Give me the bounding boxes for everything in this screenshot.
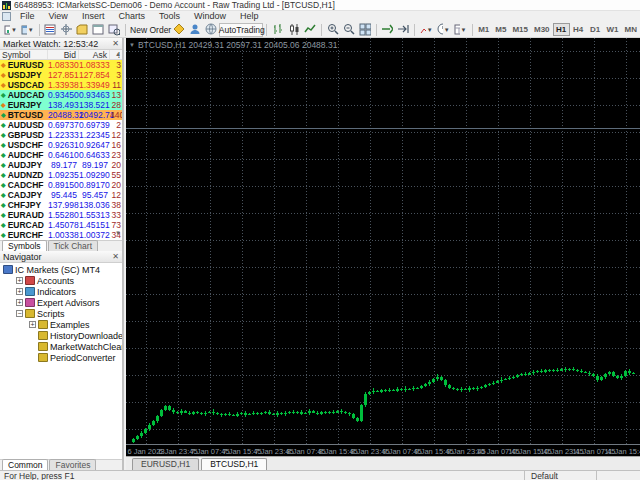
timeframe-h1[interactable]: H1 bbox=[553, 23, 570, 36]
navigator-close-icon[interactable]: ✕ bbox=[112, 253, 119, 261]
navigator-item-accounts[interactable]: +Accounts bbox=[0, 275, 122, 286]
market-watch-row-gbpusd[interactable]: ◆GBPUSD1.223331.2234512 bbox=[0, 130, 122, 140]
navigator-toggle-button[interactable] bbox=[74, 23, 90, 37]
chart-shift-button[interactable] bbox=[395, 23, 411, 37]
tab-favorites[interactable]: Favorites bbox=[49, 459, 96, 470]
chart-tab-btcusd[interactable]: BTCUSD,H1 bbox=[201, 458, 267, 470]
tab-common[interactable]: Common bbox=[2, 459, 48, 470]
profiles-caret-icon[interactable]: ▼ bbox=[28, 27, 34, 33]
new-chart-button[interactable]: ▼ bbox=[2, 23, 19, 37]
market-watch-row-audnzd[interactable]: ◆AUDNZD1.092351.0929055 bbox=[0, 170, 122, 180]
navigator-item-indicators[interactable]: +Indicators bbox=[0, 286, 122, 297]
bid-cell: 95.445 bbox=[48, 190, 79, 200]
market-watch-row-eurchf[interactable]: ◆EURCHF1.003381.0037234 bbox=[0, 230, 122, 240]
expand-icon[interactable]: + bbox=[29, 321, 36, 328]
line-chart-type-button[interactable] bbox=[302, 23, 318, 37]
navigator-item-expert-advisors[interactable]: +Expert Advisors bbox=[0, 297, 122, 308]
indicators-caret-icon[interactable]: ▼ bbox=[427, 27, 433, 33]
tab-symbols[interactable]: Symbols bbox=[2, 240, 47, 251]
tile-windows-button[interactable] bbox=[357, 23, 373, 37]
timeframe-w1[interactable]: W1 bbox=[604, 23, 622, 36]
scroll-down-icon[interactable]: ▼ bbox=[115, 230, 121, 236]
menu-charts[interactable]: Charts bbox=[111, 11, 152, 22]
navigator-item-historydownloader[interactable]: HistoryDownloader bbox=[0, 330, 122, 341]
zoom-in-button[interactable] bbox=[325, 23, 341, 37]
market-watch-row-audusd[interactable]: ◆AUDUSD0.697370.697392 bbox=[0, 120, 122, 130]
periods-button[interactable]: ▼ bbox=[435, 23, 452, 37]
grid-vline bbox=[434, 38, 435, 444]
trend-up-icon: ◆ bbox=[1, 182, 6, 188]
column-ask[interactable]: Ask bbox=[79, 50, 110, 59]
expand-icon[interactable]: + bbox=[16, 288, 23, 295]
market-watch-row-audcad[interactable]: ◆AUDCAD0.934500.9346313 bbox=[0, 90, 122, 100]
timeframe-h4[interactable]: H4 bbox=[570, 23, 587, 36]
navigator-item-examples[interactable]: +Examples bbox=[0, 319, 122, 330]
candlestick-type-button[interactable] bbox=[286, 23, 302, 37]
column-bid[interactable]: Bid bbox=[48, 50, 79, 59]
candle-body bbox=[184, 411, 187, 413]
navigator-item-periodconverter[interactable]: PeriodConverter bbox=[0, 352, 122, 363]
column-symbol[interactable]: Symbol bbox=[0, 50, 48, 59]
data-window-toggle-button[interactable] bbox=[58, 23, 74, 37]
navigator-item-ic-markets-sc-mt4[interactable]: IC Markets (SC) MT4 bbox=[0, 264, 122, 275]
timeframe-mn[interactable]: MN bbox=[622, 23, 640, 36]
menu-view[interactable]: View bbox=[42, 11, 75, 22]
timeframe-m5[interactable]: M5 bbox=[492, 23, 509, 36]
timeframe-m15[interactable]: M15 bbox=[509, 23, 531, 36]
mql5-icon[interactable] bbox=[171, 23, 187, 37]
auto-scroll-button[interactable] bbox=[379, 23, 395, 37]
templates-caret-icon[interactable]: ▼ bbox=[461, 27, 467, 33]
terminal-toggle-button[interactable] bbox=[90, 23, 106, 37]
tab-tick-chart[interactable]: Tick Chart bbox=[48, 240, 98, 251]
expand-icon[interactable]: + bbox=[16, 299, 23, 306]
timeframe-d1[interactable]: D1 bbox=[587, 23, 604, 36]
collapse-icon[interactable]: − bbox=[16, 310, 23, 317]
market-watch-toggle-button[interactable] bbox=[42, 23, 58, 37]
chart-tab-eurusd[interactable]: EURUSD,H1 bbox=[132, 458, 199, 470]
horizontal-price-line[interactable] bbox=[126, 128, 640, 129]
scroll-up-icon[interactable]: ▲ bbox=[115, 51, 121, 57]
ask-cell: 138.521 bbox=[79, 100, 110, 110]
status-profile[interactable]: Default bbox=[524, 471, 596, 480]
profiles-button[interactable]: ▼ bbox=[19, 23, 36, 37]
candle-body bbox=[516, 375, 519, 377]
indicators-button[interactable]: ▼ bbox=[418, 23, 435, 37]
market-watch-row-usdjpy[interactable]: ◆USDJPY127.851127.8543 bbox=[0, 70, 122, 80]
menu-window[interactable]: Window bbox=[187, 11, 233, 22]
autotrading-button[interactable]: AutoTrading bbox=[219, 23, 263, 37]
navigator-item-scripts[interactable]: −Scripts bbox=[0, 308, 122, 319]
templates-button[interactable]: ▼ bbox=[452, 23, 469, 37]
chart-plot-area[interactable]: ▼ BTCUSD,H1 20429.31 20597.31 20405.06 2… bbox=[126, 38, 640, 444]
menu-file[interactable]: File bbox=[13, 11, 42, 22]
chart-window-icon[interactable] bbox=[2, 12, 11, 21]
expand-icon[interactable]: + bbox=[16, 277, 23, 284]
market-watch-row-cadchf[interactable]: ◆CADCHF0.891500.8917020 bbox=[0, 180, 122, 190]
chart-time-axis[interactable]: 6 Jan 20236 Jan 23:457 Jan 07:457 Jan 15… bbox=[126, 444, 640, 456]
new-chart-caret-icon[interactable]: ▼ bbox=[11, 27, 17, 33]
new-order-button[interactable]: New Order bbox=[129, 23, 171, 37]
market-watch-row-cadjpy[interactable]: ◆CADJPY95.44595.45712 bbox=[0, 190, 122, 200]
market-watch-row-usdchf[interactable]: ◆USDCHF0.926310.9264716 bbox=[0, 140, 122, 150]
market-watch-row-audjpy[interactable]: ◆AUDJPY89.17789.19720 bbox=[0, 160, 122, 170]
market-watch-row-chfjpy[interactable]: ◆CHFJPY137.998138.03638 bbox=[0, 200, 122, 210]
menu-tools[interactable]: Tools bbox=[152, 11, 187, 22]
market-watch-row-audchf[interactable]: ◆AUDCHF0.646100.6463323 bbox=[0, 150, 122, 160]
community-icon[interactable] bbox=[187, 23, 203, 37]
market-watch-row-eurcad[interactable]: ◆EURCAD1.450781.4515173 bbox=[0, 220, 122, 230]
market-watch-row-eurusd[interactable]: ◆EURUSD1.083301.083333 bbox=[0, 60, 122, 70]
periods-caret-icon[interactable]: ▼ bbox=[444, 27, 450, 33]
menu-insert[interactable]: Insert bbox=[75, 11, 112, 22]
bar-chart-type-button[interactable] bbox=[270, 23, 286, 37]
one-click-trading-icon[interactable]: ▼ bbox=[129, 42, 135, 48]
market-watch-row-usdcad[interactable]: ◆USDCAD1.339381.3394911 bbox=[0, 80, 122, 90]
market-watch-close-icon[interactable]: ✕ bbox=[112, 40, 119, 48]
timeframe-m1[interactable]: M1 bbox=[475, 23, 492, 36]
zoom-out-button[interactable] bbox=[341, 23, 357, 37]
market-watch-row-btcusd[interactable]: ◆BTCUSD20488.3120492.71440 bbox=[0, 110, 122, 120]
market-watch-row-eurjpy[interactable]: ◆EURJPY138.493138.52128 bbox=[0, 100, 122, 110]
menu-help[interactable]: Help bbox=[233, 11, 266, 22]
strategy-tester-toggle-button[interactable] bbox=[106, 23, 122, 37]
navigator-item-marketwatchcleaner[interactable]: MarketWatchCleaner bbox=[0, 341, 122, 352]
market-watch-row-euraud[interactable]: ◆EURAUD1.552801.5531333 bbox=[0, 210, 122, 220]
timeframe-m30[interactable]: M30 bbox=[531, 23, 553, 36]
